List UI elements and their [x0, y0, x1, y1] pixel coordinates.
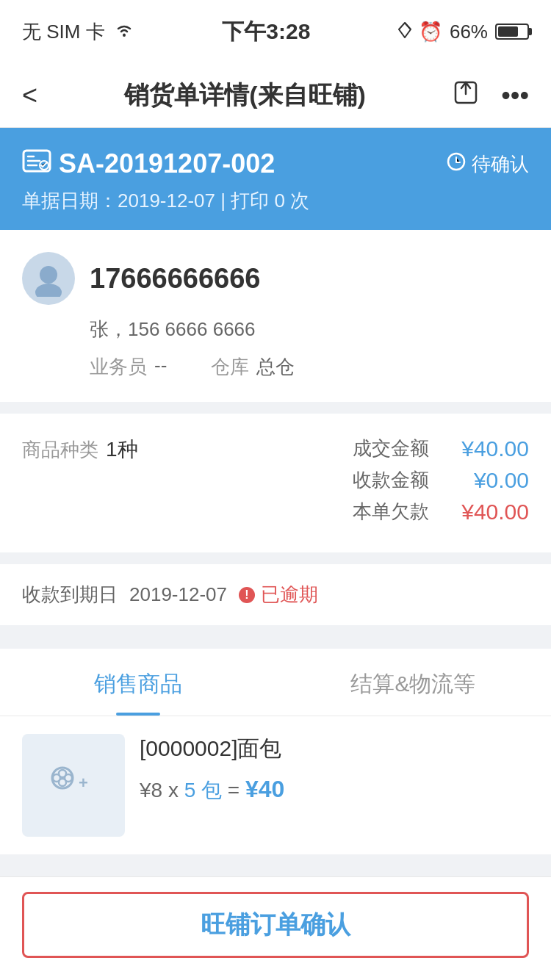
- status-bar: 无 SIM 卡 下午3:28 ⏰ 66%: [0, 0, 551, 63]
- avatar: [22, 252, 75, 305]
- order-header-card: SA-20191207-002 待确认 单据日期：2019-12-07 | 打印…: [0, 128, 551, 230]
- stats-section: 商品种类 1种 成交金额 ¥40.00 收款金额 ¥0.00 本单欠款 ¥40.…: [0, 414, 551, 552]
- battery-icon: [495, 24, 529, 40]
- divider-1: [0, 402, 551, 414]
- overdue-text: 已逾期: [261, 582, 318, 608]
- product-list: + [0000002]面包 ¥8 x 5 包 = ¥40: [0, 716, 551, 854]
- wifi-icon: [114, 21, 134, 43]
- price-equals: =: [228, 779, 245, 801]
- svg-point-0: [123, 34, 126, 37]
- payment-value: ¥0.00: [441, 468, 529, 493]
- product-thumb-icon: +: [40, 757, 107, 814]
- overdue-badge: ! 已逾期: [239, 582, 318, 608]
- salesperson-label: 业务员: [90, 354, 147, 380]
- more-button[interactable]: •••: [501, 80, 529, 111]
- carrier-text: 无 SIM 卡: [22, 19, 105, 45]
- page-title: 销货单详情(来自旺铺): [124, 79, 366, 112]
- customer-meta: 业务员 -- 仓库 总仓: [22, 354, 529, 380]
- amount-stats: 成交金额 ¥40.00 收款金额 ¥0.00 本单欠款 ¥40.00: [353, 436, 529, 530]
- share-icon[interactable]: [453, 79, 479, 111]
- tabs-header: 销售商品 结算&物流等: [0, 649, 551, 716]
- amount-value: ¥40.00: [441, 436, 529, 461]
- product-type-value: 1种: [106, 436, 138, 464]
- alarm-icon: ⏰: [419, 21, 442, 43]
- product-unit: 包: [201, 779, 222, 801]
- product-price-formula: ¥8 x 5 包 = ¥40: [140, 776, 529, 804]
- status-right: ⏰ 66%: [398, 21, 529, 43]
- nav-actions: •••: [453, 79, 529, 111]
- divider-3: [0, 625, 551, 637]
- overdue-dot-icon: !: [239, 587, 255, 603]
- svg-point-6: [35, 284, 62, 297]
- warehouse-value: 总仓: [256, 354, 295, 380]
- customer-name: 张，156 6666 6666: [22, 317, 529, 342]
- product-type-label: 商品种类: [22, 437, 98, 463]
- salesperson-value: --: [154, 354, 167, 380]
- price-per-unit: ¥8: [140, 779, 162, 801]
- amount-label: 成交金额: [353, 436, 429, 461]
- svg-text:+: +: [79, 774, 88, 792]
- tabs-section: 销售商品 结算&物流等 + [000: [0, 649, 551, 854]
- order-icon: [22, 148, 51, 179]
- order-id: SA-20191207-002: [22, 148, 275, 179]
- confirm-section: 旺铺订单确认: [0, 876, 551, 980]
- order-status: 待确认: [447, 151, 529, 177]
- product-info: [0000002]面包 ¥8 x 5 包 = ¥40: [140, 734, 529, 804]
- status-left: 无 SIM 卡: [22, 19, 134, 45]
- battery-percent: 66%: [450, 21, 488, 43]
- svg-point-5: [40, 266, 57, 284]
- tab-settlement-logistics[interactable]: 结算&物流等: [276, 649, 551, 716]
- location-icon: [398, 21, 411, 43]
- order-date-info: 单据日期：2019-12-07 | 打印 0 次: [22, 188, 529, 214]
- product-type-info: 商品种类 1种: [22, 436, 138, 464]
- nav-bar: < 销货单详情(来自旺铺) •••: [0, 63, 551, 128]
- back-button[interactable]: <: [22, 80, 37, 111]
- product-total: ¥40: [245, 776, 284, 802]
- warehouse-label: 仓库: [211, 354, 249, 380]
- clock-icon: [447, 152, 466, 176]
- product-name: [0000002]面包: [140, 734, 529, 764]
- due-date-value: 2019-12-07: [129, 583, 227, 606]
- balance-label: 本单欠款: [353, 499, 429, 525]
- tab-sales-products[interactable]: 销售商品: [0, 649, 276, 716]
- balance-value: ¥40.00: [441, 500, 529, 525]
- customer-section: 17666666666 张，156 6666 6666 业务员 -- 仓库 总仓: [0, 230, 551, 402]
- payment-label: 收款金额: [353, 467, 429, 493]
- price-multiply: x: [168, 779, 184, 801]
- svg-point-11: [53, 774, 60, 782]
- customer-phone: 17666666666: [90, 263, 260, 295]
- confirm-order-button[interactable]: 旺铺订单确认: [22, 892, 529, 958]
- product-item: + [0000002]面包 ¥8 x 5 包 = ¥40: [22, 734, 529, 837]
- due-date-section: 收款到期日 2019-12-07 ! 已逾期: [0, 564, 551, 625]
- status-time: 下午3:28: [222, 17, 310, 47]
- product-quantity: 5: [184, 779, 196, 801]
- product-thumbnail: +: [22, 734, 125, 837]
- due-date-label: 收款到期日: [22, 582, 118, 608]
- divider-2: [0, 552, 551, 564]
